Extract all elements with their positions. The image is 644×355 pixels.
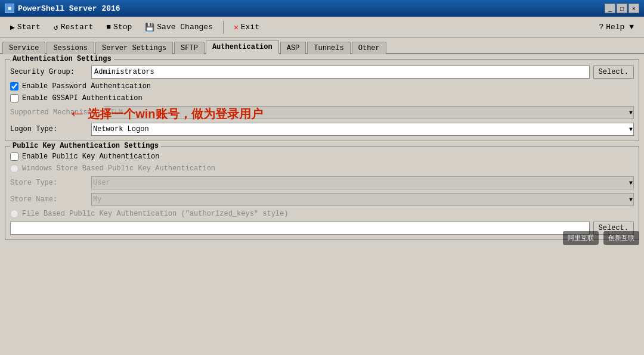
restart-icon: ↺ [54, 23, 58, 32]
watermark-area: 阿里互联 创新互联 [563, 231, 639, 245]
start-icon: ▶ [10, 23, 15, 32]
store-name-row: Store Name: My Root CA ▼ [10, 193, 634, 206]
watermark-2: 创新互联 [603, 231, 639, 245]
tab-other[interactable]: Other [352, 42, 386, 54]
tab-authentication[interactable]: Authentication [206, 41, 279, 54]
toolbar-separator [223, 21, 224, 34]
store-type-label: Store Type: [10, 179, 88, 187]
windows-store-label: Windows Store Based Public Key Authentic… [22, 164, 215, 173]
store-name-label: Store Name: [10, 195, 88, 204]
enable-password-row: Enable Password Authentication [10, 82, 634, 91]
security-group-select-button[interactable]: Select. [593, 66, 634, 79]
main-content: Authentication Settings Security Group: … [0, 54, 644, 250]
security-group-label: Security Group: [10, 68, 88, 76]
auth-settings-group: Authentication Settings Security Group: … [5, 59, 639, 141]
save-button[interactable]: 💾 Save Changes [140, 21, 218, 34]
logon-type-row: Logon Type: Network Logon Interactive Lo… [10, 123, 634, 136]
pubkey-settings-title: Public Key Authentication Settings [10, 142, 161, 150]
titlebar-title: PowerShell Server 2016 [18, 4, 120, 13]
store-type-select: User Machine [91, 176, 634, 189]
tabbar: Service Sessions Server Settings SFTP Au… [0, 38, 644, 54]
store-type-row: Store Type: User Machine ▼ [10, 176, 634, 189]
tab-service[interactable]: Service [2, 42, 45, 54]
close-button[interactable]: × [628, 4, 639, 13]
windows-store-radio-row: Windows Store Based Public Key Authentic… [10, 164, 634, 173]
file-based-radio-row: File Based Public Key Authentication ("a… [10, 210, 634, 218]
enable-password-label: Enable Password Authentication [22, 82, 151, 91]
enable-pubkey-checkbox[interactable] [10, 152, 18, 161]
tab-server-settings[interactable]: Server Settings [95, 42, 173, 54]
app-icon: ■ [5, 4, 14, 13]
store-name-select: My Root CA [91, 193, 634, 206]
exit-button[interactable]: ✕ Exit [228, 21, 265, 34]
tab-sftp[interactable]: SFTP [174, 42, 205, 54]
logon-type-wrapper: Network Logon Interactive Logon Service … [91, 123, 634, 136]
store-type-wrapper: User Machine ▼ [91, 176, 634, 189]
minimize-button[interactable]: _ [605, 4, 615, 13]
logon-type-select[interactable]: Network Logon Interactive Logon Service … [91, 123, 634, 136]
toolbar: ▶ Start ↺ Restart ■ Stop 💾 Save Changes … [0, 17, 644, 38]
pubkey-settings-group: Public Key Authentication Settings Enabl… [5, 146, 639, 240]
titlebar: ■ PowerShell Server 2016 _ □ × [0, 0, 644, 17]
file-path-input[interactable] [10, 222, 590, 235]
enable-gssapi-checkbox[interactable] [10, 94, 18, 102]
enable-pubkey-row: Enable Public Key Authentication [10, 152, 634, 161]
exit-icon: ✕ [234, 23, 239, 32]
supported-mechanisms-select: NTLM [104, 106, 634, 119]
auth-settings-title: Authentication Settings [10, 55, 114, 63]
help-icon: ? [599, 23, 603, 32]
window-controls[interactable]: _ □ × [605, 4, 639, 13]
supported-mechanisms-wrapper: NTLM ▼ [104, 106, 634, 119]
file-path-row: Select. [10, 222, 634, 235]
maximize-button[interactable]: □ [617, 4, 627, 13]
supported-mechanisms-row: Supported Mechanisms: NTLM ▼ [10, 106, 634, 119]
restart-button[interactable]: ↺ Restart [48, 21, 98, 34]
enable-pubkey-label: Enable Public Key Authentication [22, 152, 159, 161]
store-name-wrapper: My Root CA ▼ [91, 193, 634, 206]
windows-store-radio [10, 164, 18, 173]
supported-mechanisms-label: Supported Mechanisms: [10, 108, 100, 117]
tab-asp[interactable]: ASP [280, 42, 306, 54]
save-icon: 💾 [145, 23, 154, 32]
stop-button[interactable]: ■ Stop [101, 21, 137, 33]
file-based-radio [10, 210, 18, 218]
tab-sessions[interactable]: Sessions [47, 42, 94, 54]
enable-gssapi-row: Enable GSSAPI Authentication [10, 94, 634, 102]
file-based-label: File Based Public Key Authentication ("a… [22, 210, 288, 218]
security-group-row: Security Group: Select. [10, 66, 634, 79]
enable-password-checkbox[interactable] [10, 82, 18, 91]
security-group-input[interactable] [91, 66, 590, 79]
enable-gssapi-label: Enable GSSAPI Authentication [22, 94, 143, 102]
watermark-1: 阿里互联 [563, 231, 599, 245]
tab-tunnels[interactable]: Tunnels [307, 42, 350, 54]
logon-type-label: Logon Type: [10, 125, 88, 133]
start-button[interactable]: ▶ Start [5, 21, 46, 34]
stop-icon: ■ [106, 23, 111, 32]
help-button[interactable]: ? Help ▼ [593, 21, 639, 33]
